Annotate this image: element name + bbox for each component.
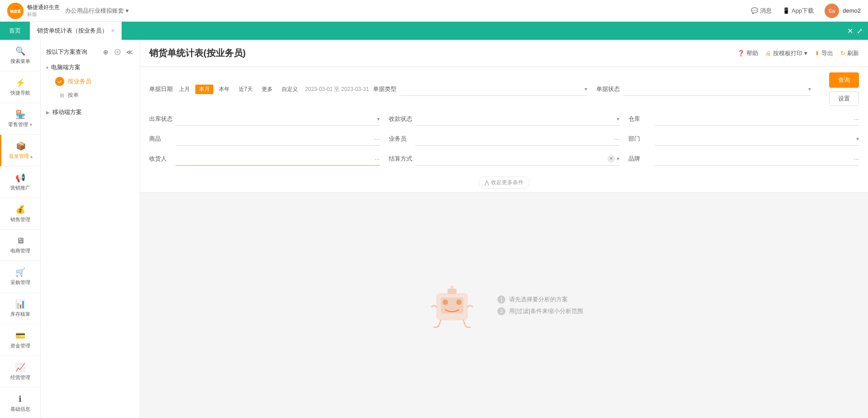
filter-department: 部门 ▾: [628, 132, 859, 146]
filter-row-3: 商品 ··· 业务员 ···: [149, 132, 859, 146]
user-area[interactable]: Ea demo2: [825, 4, 861, 18]
filter-area: 单据日期 上月 本月 本年 近7天 更多 自定义 2023-03-01 至 20…: [140, 67, 868, 173]
scheme-item-salesman[interactable]: 按业务员: [46, 74, 134, 89]
chevron-down-icon: ▾: [126, 7, 129, 14]
left-panel-header: 按以下方案查询 ⊕ ≪: [41, 45, 140, 61]
tab-maximize-btn[interactable]: ⤢: [857, 27, 863, 35]
tab-close-icon[interactable]: ×: [111, 28, 114, 34]
brand-dots: ···: [854, 155, 859, 162]
filter-brand: 品牌 ···: [628, 152, 859, 166]
top-header: 畅捷通 畅捷通好生意 标版 办公用品行业模拟账套 ▾ 💬 消息 📱 App下载: [0, 0, 868, 22]
empty-tips: 1 请先选择要分析的方案 2 用[过滤]条件来缩小分析范围: [497, 295, 583, 315]
svg-point-11: [450, 285, 454, 289]
page-actions: ❓ 帮助 🖨 按模板打印 ▾ ⬇ 导出 ↻: [737, 49, 859, 57]
date-tab-more[interactable]: 更多: [258, 85, 276, 94]
search-icon: 🔍: [4, 46, 37, 56]
tab-home[interactable]: 首页: [0, 22, 30, 40]
sidebar-item-basics[interactable]: ℹ 基础信息: [0, 388, 40, 418]
scheme-item-doc[interactable]: ⊞ 按单: [46, 89, 134, 102]
empty-state: 1 请先选择要分析的方案 2 用[过滤]条件来缩小分析范围: [140, 193, 868, 418]
payment-control[interactable]: ▾: [416, 112, 619, 126]
salesman-control[interactable]: ···: [415, 132, 619, 146]
scheme-group-mobile-header[interactable]: ▶ 移动端方案: [46, 105, 134, 119]
doctype-control[interactable]: ▾: [400, 82, 588, 96]
expand-icon: ▾: [30, 122, 32, 127]
settlement-clear-btn[interactable]: ×: [608, 155, 615, 162]
print-icon: 🖨: [765, 50, 771, 57]
print-btn[interactable]: 🖨 按模板打印 ▾: [765, 49, 807, 57]
operation-icon: 📈: [4, 362, 37, 372]
date-tabs: 上月 本月 本年 近7天 更多 自定义 2023-03-01 至 2023-03…: [175, 85, 369, 94]
finance-icon: 💳: [4, 331, 37, 341]
tab-close-btn[interactable]: ✕: [847, 27, 853, 35]
receiver-dots: ···: [374, 155, 380, 162]
tab-controls: ✕ ⤢: [842, 27, 868, 35]
filter-row-4: 收货人 ··· 结算方式 × ▾: [149, 152, 859, 166]
date-tab-thisyear[interactable]: 本年: [215, 85, 233, 94]
main-layout: 🔍 搜索菜单 ⚡ 快捷导航 🏪 零售管理 ▾ 📦 批发管理 ▴ 📢 营销推广 💰…: [0, 40, 868, 418]
filter-payment: 收款状态 ▾: [389, 112, 619, 126]
warehouse-control[interactable]: ···: [655, 112, 859, 126]
settings-button[interactable]: 设置: [829, 91, 859, 106]
export-btn[interactable]: ⬇ 导出: [815, 49, 833, 57]
settlement-arrow-icon: ▾: [617, 156, 619, 162]
department-control[interactable]: ▾: [655, 132, 859, 146]
goods-control[interactable]: ···: [175, 132, 380, 146]
sidebar-item-quicknav[interactable]: ⚡ 快捷导航: [0, 71, 40, 103]
sidebar-item-operation[interactable]: 📈 经营管理: [0, 356, 40, 388]
sidebar-item-finance[interactable]: 💳 资金管理: [0, 324, 40, 356]
scheme-group-mobile: ▶ 移动端方案: [41, 105, 140, 119]
filter-date: 单据日期 上月 本月 本年 近7天 更多 自定义 2023-03-01 至 20…: [149, 85, 364, 94]
sidebar-item-retail[interactable]: 🏪 零售管理 ▾: [0, 103, 40, 135]
empty-tip-2: 2 用[过滤]条件来缩小分析范围: [497, 307, 583, 315]
filter-warehouse: 仓库 ···: [628, 112, 859, 126]
docstatus-control[interactable]: ▾: [623, 82, 811, 96]
refresh-btn[interactable]: ↻ 刷新: [840, 49, 859, 57]
sidebar-item-inventory[interactable]: 📊 库存核算: [0, 293, 40, 324]
breadcrumb[interactable]: 办公用品行业模拟账套 ▾: [65, 7, 129, 15]
svg-point-8: [443, 299, 448, 305]
logo-area: 畅捷通 畅捷通好生意 标版: [7, 3, 60, 19]
date-tab-7days[interactable]: 近7天: [235, 85, 256, 94]
tab-bar: 首页 销货单统计表（按业务员） × ✕ ⤢: [0, 22, 868, 40]
date-tab-custom[interactable]: 自定义: [278, 85, 302, 94]
scheme-active-icon: [55, 77, 64, 86]
sidebar-item-search[interactable]: 🔍 搜索菜单: [0, 40, 40, 71]
collapse-btn[interactable]: ⋀ 收起更多条件: [479, 176, 529, 189]
collapse-panel-btn[interactable]: ≪: [124, 47, 134, 57]
tip-num-1: 1: [497, 295, 505, 304]
empty-illustration: [425, 277, 479, 333]
refresh-icon: ↻: [840, 50, 845, 57]
page-header: 销货单统计表(按业务员) ❓ 帮助 🖨 按模板打印 ▾ ⬇: [140, 40, 868, 67]
query-button[interactable]: 查询: [829, 72, 859, 88]
app-download-nav[interactable]: 📱 App下载: [783, 7, 814, 15]
edit-scheme-btn[interactable]: [113, 47, 123, 57]
logo-icon: 畅捷通: [7, 3, 24, 19]
svg-rect-10: [448, 289, 457, 294]
sales-icon: 💰: [4, 204, 37, 214]
date-tab-lastmonth[interactable]: 上月: [175, 85, 193, 94]
sidebar-item-purchase[interactable]: 🛒 采购管理: [0, 261, 40, 293]
sidebar-item-ecommerce[interactable]: 🖥 电商管理: [0, 230, 40, 261]
add-scheme-btn[interactable]: ⊕: [101, 47, 111, 57]
filter-doctype: 单据类型 ▾: [373, 82, 588, 96]
btn-area: 查询 设置: [829, 72, 859, 106]
logo-text: 畅捷通好生意 标版: [27, 4, 60, 18]
scheme-group-pc-header[interactable]: ▾ 电脑端方案: [46, 61, 134, 74]
department-arrow-icon: ▾: [856, 136, 859, 142]
date-tab-thismonth[interactable]: 本月: [195, 85, 213, 94]
message-nav[interactable]: 💬 消息: [751, 7, 772, 15]
help-btn[interactable]: ❓ 帮助: [737, 49, 758, 57]
wholesale-icon: 📦: [5, 141, 37, 151]
empty-content: 1 请先选择要分析的方案 2 用[过滤]条件来缩小分析范围: [425, 277, 583, 333]
marketing-icon: 📢: [4, 173, 37, 183]
tab-active[interactable]: 销货单统计表（按业务员） ×: [30, 22, 122, 40]
sidebar-item-wholesale[interactable]: 📦 批发管理 ▴: [0, 135, 40, 166]
brand-control[interactable]: ···: [655, 152, 859, 166]
sidebar-item-sales[interactable]: 💰 销售管理: [0, 198, 40, 230]
filter-outstatus: 出库状态 ▾: [149, 112, 380, 126]
settlement-control[interactable]: × ▾: [416, 152, 619, 166]
outstatus-control[interactable]: ▾: [176, 112, 380, 126]
sidebar-item-marketing[interactable]: 📢 营销推广: [0, 166, 40, 198]
receiver-control[interactable]: ···: [175, 152, 380, 166]
